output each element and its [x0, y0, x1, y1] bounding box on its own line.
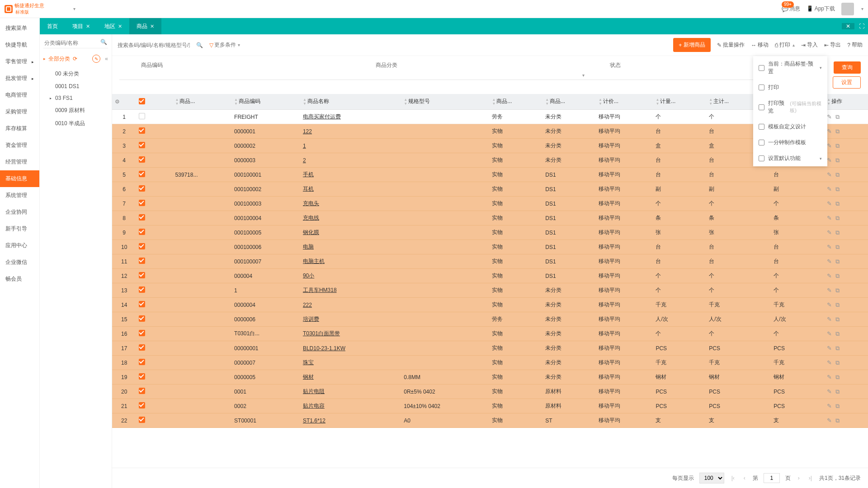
- product-name-link[interactable]: 充电线: [303, 215, 319, 221]
- product-name-link[interactable]: ST1.6*12: [303, 418, 326, 424]
- column-header[interactable]: ▲▼商品编码: [231, 94, 300, 110]
- column-header[interactable]: ▲▼商品...: [172, 94, 231, 110]
- product-name-link[interactable]: 贴片电容: [303, 403, 325, 409]
- filter-cat-select[interactable]: ▾: [354, 71, 589, 80]
- product-name-link[interactable]: 耳机: [303, 186, 314, 192]
- more-icon[interactable]: ⧉: [835, 128, 840, 135]
- product-name-link[interactable]: 电脑: [303, 244, 314, 250]
- tree-item[interactable]: 00 未分类: [40, 67, 112, 80]
- table-row[interactable]: 22ST00001ST1.6*12A0实物ST移动平均支支支✎⧉: [112, 413, 868, 428]
- edit-icon[interactable]: ✎: [827, 258, 832, 265]
- row-checkbox[interactable]: [139, 171, 145, 177]
- row-checkbox[interactable]: [139, 301, 145, 307]
- edit-icon[interactable]: ✎: [827, 359, 832, 366]
- last-page-icon[interactable]: ›|: [807, 475, 814, 481]
- close-icon[interactable]: ✕: [150, 23, 154, 29]
- edit-icon[interactable]: ✎: [827, 128, 832, 135]
- product-name-link[interactable]: 充电头: [303, 200, 319, 206]
- product-name-link[interactable]: 贴片电阻: [303, 388, 325, 394]
- row-checkbox[interactable]: [139, 113, 145, 119]
- sidebar-item[interactable]: 资金管理: [0, 137, 39, 154]
- dd-current[interactable]: 当前：商品标签-预置 ▾: [753, 56, 827, 80]
- more-icon[interactable]: ⧉: [835, 345, 840, 352]
- close-tab-button[interactable]: ✕: [842, 23, 854, 29]
- edit-icon[interactable]: ✎: [827, 186, 832, 193]
- search-icon[interactable]: 🔍: [100, 39, 107, 45]
- close-icon[interactable]: ✕: [118, 23, 122, 29]
- product-name-link[interactable]: 222: [303, 302, 312, 308]
- table-row[interactable]: 16T0301白...T0301白面黑带实物未分类移动平均个个个✎⧉: [112, 327, 868, 341]
- fullscreen-icon[interactable]: ⛶: [859, 23, 864, 29]
- grid-search-input[interactable]: [118, 42, 190, 48]
- column-header[interactable]: ▲▼主计...: [706, 94, 760, 110]
- column-header[interactable]: ▲▼商品...: [489, 94, 542, 110]
- more-icon[interactable]: ⧉: [835, 229, 840, 236]
- first-page-icon[interactable]: |‹: [730, 475, 736, 481]
- row-checkbox[interactable]: [139, 359, 145, 365]
- row-checkbox[interactable]: [139, 214, 145, 221]
- edit-icon[interactable]: ✎: [827, 142, 832, 150]
- row-checkbox[interactable]: [139, 200, 145, 206]
- dd-set-default[interactable]: 设置默认功能 ▾: [753, 150, 827, 166]
- edit-icon[interactable]: ✎: [92, 55, 100, 63]
- sidebar-item[interactable]: 电商管理: [0, 87, 39, 103]
- more-icon[interactable]: ⧉: [835, 403, 840, 410]
- sidebar-item[interactable]: 系统管理: [0, 187, 39, 204]
- product-name-link[interactable]: 1: [303, 143, 306, 149]
- sidebar-item[interactable]: 搜索菜单: [0, 20, 39, 37]
- row-checkbox[interactable]: [139, 330, 145, 336]
- tab[interactable]: 地区✕: [97, 18, 129, 34]
- add-product-button[interactable]: + 新增商品: [673, 38, 711, 52]
- row-checkbox[interactable]: [139, 286, 145, 293]
- product-name-link[interactable]: 90小: [303, 272, 314, 279]
- more-icon[interactable]: ⧉: [835, 359, 840, 366]
- column-header[interactable]: ▲▼操作: [824, 94, 868, 110]
- product-name-link[interactable]: 培训费: [303, 316, 319, 322]
- edit-icon[interactable]: ✎: [827, 330, 832, 338]
- help-link[interactable]: ?帮助: [847, 41, 863, 49]
- table-row[interactable]: 10000100006电脑实物DS1移动平均台台台✎⧉: [112, 240, 868, 254]
- product-name-link[interactable]: 钢材: [303, 374, 314, 380]
- sidebar-item[interactable]: 基础信息: [0, 170, 39, 187]
- product-name-link[interactable]: T0301白面黑带: [303, 330, 340, 337]
- gear-icon[interactable]: ⚙: [115, 99, 120, 105]
- dd-template-custom[interactable]: 模板自定义设计: [753, 119, 827, 135]
- tab[interactable]: 项目✕: [65, 18, 97, 34]
- sidebar-item[interactable]: 新手引导: [0, 221, 39, 237]
- row-checkbox[interactable]: [139, 315, 145, 322]
- select-all-checkbox[interactable]: [139, 98, 145, 104]
- product-name-link[interactable]: 钢化膜: [303, 229, 319, 235]
- table-row[interactable]: 140000004222实物未分类移动平均千克千克千克✎⧉: [112, 298, 868, 312]
- table-row[interactable]: 210002贴片电容104±10% 0402实物原材料移动平均PCSPCSPCS…: [112, 399, 868, 413]
- row-checkbox[interactable]: [139, 127, 145, 134]
- tree-root[interactable]: ▸ 全部分类 ⟳ ✎ «: [40, 52, 112, 66]
- edit-icon[interactable]: ✎: [827, 388, 832, 395]
- product-name-link[interactable]: 电商买家付运费: [303, 113, 341, 120]
- table-row[interactable]: 180000007珠宝实物未分类移动平均千克千克千克✎⧉: [112, 356, 868, 370]
- table-row[interactable]: 1200000490小实物DS1移动平均个个个✎⧉: [112, 269, 868, 283]
- row-checkbox[interactable]: [139, 156, 145, 163]
- collapse-icon[interactable]: «: [105, 56, 108, 62]
- column-header[interactable]: [136, 94, 161, 110]
- more-icon[interactable]: ⧉: [835, 200, 840, 207]
- sidebar-item[interactable]: 经营管理: [0, 154, 39, 170]
- product-name-link[interactable]: 珠宝: [303, 359, 314, 366]
- sidebar-item[interactable]: 应用中心: [0, 237, 39, 254]
- row-checkbox[interactable]: [139, 229, 145, 235]
- sidebar-item[interactable]: 库存核算: [0, 120, 39, 137]
- row-checkbox[interactable]: [139, 272, 145, 278]
- product-name-link[interactable]: 电脑主机: [303, 258, 325, 264]
- org-selector[interactable]: ▾: [53, 5, 75, 13]
- row-checkbox[interactable]: [139, 388, 145, 394]
- avatar[interactable]: [841, 3, 854, 15]
- edit-icon[interactable]: ✎: [827, 229, 832, 236]
- close-icon[interactable]: ✕: [86, 23, 90, 29]
- column-header[interactable]: ▲▼计量...: [653, 94, 706, 110]
- table-row[interactable]: 5539718...000100001手机实物DS1移动平均台台台✎⧉: [112, 168, 868, 182]
- row-checkbox[interactable]: [139, 402, 145, 408]
- row-checkbox[interactable]: [139, 185, 145, 192]
- next-page-icon[interactable]: ›: [796, 475, 802, 481]
- column-header[interactable]: ▲▼规格型号: [401, 94, 489, 110]
- sidebar-item[interactable]: 快捷导航: [0, 37, 39, 53]
- tab[interactable]: 首页: [40, 18, 65, 34]
